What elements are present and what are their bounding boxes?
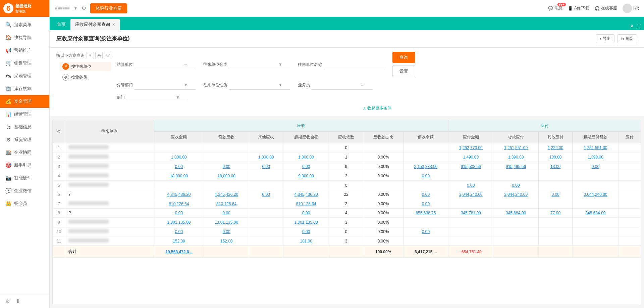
amount-cell[interactable]: 0.00: [403, 171, 448, 181]
amount-cell[interactable]: 1,000.00: [154, 152, 204, 162]
scheme-add-btn[interactable]: +: [87, 52, 94, 59]
dept-manager-chevron[interactable]: ▼: [184, 83, 188, 87]
amount-cell[interactable]: 1,001,135.00: [283, 218, 329, 227]
amount-cell[interactable]: 4,345,436.20: [283, 190, 329, 199]
amount-cell[interactable]: 101.00: [283, 236, 329, 246]
sidebar-item-wechat[interactable]: 💬 企业微信: [0, 184, 49, 197]
export-button[interactable]: ↑ 导出: [596, 34, 614, 43]
sidebar-item-operation[interactable]: 📊 经营管理: [0, 108, 49, 121]
nav-option-partner[interactable]: P 按往来单位: [60, 62, 111, 71]
amount-cell[interactable]: 1,000.00: [249, 152, 283, 162]
amount-cell[interactable]: 1,251,551.00: [573, 143, 619, 152]
amount-cell[interactable]: 18,000.00: [154, 171, 204, 181]
amount-cell[interactable]: 13.00: [538, 162, 573, 171]
nav-option-staff[interactable]: ⏱ 按业务员: [60, 73, 111, 82]
amount-cell[interactable]: 0.00: [249, 190, 283, 199]
amount-cell[interactable]: 345,761.00: [448, 209, 493, 218]
amount-cell[interactable]: 0.00: [283, 209, 329, 218]
sidebar-item-finance[interactable]: 💰 资金管理: [0, 95, 49, 108]
amount-cell[interactable]: 655,636.75: [403, 209, 448, 218]
amount-cell[interactable]: 1,252,773.00: [448, 143, 493, 152]
amount-cell[interactable]: 0.00: [204, 162, 249, 171]
table-gear-icon[interactable]: ⚙: [57, 129, 61, 134]
sidebar-item-enterprise[interactable]: 🏬 企业协同: [0, 146, 49, 159]
amount-cell[interactable]: 0.00: [204, 227, 249, 236]
sidebar-collapse-icon[interactable]: ⏸: [15, 298, 21, 305]
amount-cell[interactable]: 0.00: [448, 181, 493, 190]
partner-category-chevron[interactable]: ▼: [278, 62, 282, 67]
sidebar-item-search[interactable]: 🔍 搜索菜单: [0, 18, 49, 31]
sidebar-settings-icon[interactable]: ⚙: [5, 298, 10, 305]
tab-expand-icon[interactable]: ⛶: [637, 24, 641, 29]
amount-cell[interactable]: 1,001,135.00: [154, 218, 204, 227]
sidebar-item-purchase[interactable]: 🛍 采购管理: [0, 70, 49, 82]
amount-cell[interactable]: 152.00: [204, 236, 249, 246]
solution-button[interactable]: 体验行业方案: [90, 3, 127, 13]
settlement-unit-dots[interactable]: ···: [184, 62, 187, 67]
amount-cell[interactable]: 810,126.64: [154, 199, 204, 209]
partner-name-input[interactable]: [325, 61, 372, 68]
amount-cell[interactable]: 345,684.00: [573, 209, 619, 218]
amount-cell[interactable]: 0.00: [573, 162, 619, 171]
sidebar-item-system[interactable]: ⚙ 系统管理: [0, 133, 49, 146]
salesperson-input[interactable]: [313, 81, 360, 89]
amount-cell[interactable]: 810,126.64: [204, 199, 249, 209]
query-button[interactable]: 查询: [392, 52, 415, 63]
amount-cell[interactable]: 1,490.00: [448, 152, 493, 162]
amount-cell[interactable]: 0.00: [283, 162, 329, 171]
scheme-edit-btn[interactable]: ◎: [95, 52, 103, 59]
collapse-more-btn[interactable]: ∧ 收起更多条件: [117, 104, 637, 113]
department-input[interactable]: [128, 94, 175, 101]
amount-cell[interactable]: 1,000.00: [283, 152, 329, 162]
message-badge-area[interactable]: 💬 消息 99+: [548, 5, 562, 11]
amount-cell[interactable]: 0.00: [403, 227, 448, 236]
amount-cell[interactable]: 0.00: [403, 199, 448, 209]
header-gear-icon[interactable]: ⚙: [82, 5, 86, 11]
partner-nature-chevron[interactable]: ▼: [278, 83, 282, 87]
sidebar-item-hardware[interactable]: 📷 智能硬件: [0, 172, 49, 184]
sidebar-item-marketing[interactable]: 📢 营销推广: [0, 44, 49, 57]
sidebar-item-quicknav[interactable]: 🏠 快捷导航: [0, 31, 49, 44]
partner-nature-input[interactable]: [231, 81, 278, 89]
amount-cell[interactable]: 3,044,240.00: [493, 190, 538, 199]
amount-cell[interactable]: 1,390.00: [573, 152, 619, 162]
sidebar-item-guide[interactable]: 🎯 新手引导: [0, 159, 49, 172]
amount-cell[interactable]: 0.00: [154, 162, 204, 171]
amount-cell[interactable]: 345,684.00: [493, 209, 538, 218]
dept-manager-input[interactable]: [136, 81, 183, 89]
amount-cell[interactable]: 1,390.00: [493, 152, 538, 162]
amount-cell[interactable]: 4,345,436.20: [154, 190, 204, 199]
amount-cell[interactable]: 3,044,240.00: [448, 190, 493, 199]
amount-cell[interactable]: 0.00: [538, 190, 573, 199]
amount-cell[interactable]: 77.00: [538, 209, 573, 218]
amount-cell[interactable]: 4,345,436.20: [204, 190, 249, 199]
amount-cell[interactable]: 9,000.00: [283, 171, 329, 181]
amount-cell[interactable]: 0.00: [283, 227, 329, 236]
amount-cell[interactable]: 0.00: [154, 209, 204, 218]
amount-cell[interactable]: 810,126.64: [283, 199, 329, 209]
sidebar-item-sales[interactable]: 🛒 销售管理: [0, 57, 49, 70]
amount-cell[interactable]: 1,222.00: [538, 143, 573, 152]
department-chevron[interactable]: ▼: [176, 95, 180, 100]
salesperson-dots[interactable]: ···: [361, 83, 364, 87]
amount-cell[interactable]: 0.00: [403, 190, 448, 199]
amount-cell[interactable]: 2,153,333.00: [403, 162, 448, 171]
online-service-area[interactable]: 🎧 在线客服: [595, 5, 617, 11]
partner-category-input[interactable]: [231, 61, 278, 68]
sidebar-item-inventory[interactable]: 🏢 库存核算: [0, 82, 49, 95]
header-nav-arrow[interactable]: ▼: [74, 6, 78, 11]
amount-cell[interactable]: 1,251,551.00: [493, 143, 538, 152]
amount-cell[interactable]: 915,508.56: [448, 162, 493, 171]
amount-cell[interactable]: 1,001,135.00: [204, 218, 249, 227]
tab-arbalance[interactable]: 应收应付余额查询 ✕: [70, 19, 120, 30]
settlement-unit-input[interactable]: [136, 61, 183, 68]
amount-cell[interactable]: 18,000.00: [204, 171, 249, 181]
amount-cell[interactable]: 0.00: [204, 209, 249, 218]
sidebar-item-member[interactable]: 👑 畅会员: [0, 197, 49, 210]
amount-cell[interactable]: 915,495.56: [493, 162, 538, 171]
tab-close-icon[interactable]: ✕: [112, 23, 115, 27]
amount-cell[interactable]: 0.00: [154, 227, 204, 236]
tab-close-window[interactable]: ✕: [630, 24, 634, 29]
amount-cell[interactable]: 100.00: [538, 152, 573, 162]
sidebar-item-basic[interactable]: 🗂 基础信息: [0, 121, 49, 133]
